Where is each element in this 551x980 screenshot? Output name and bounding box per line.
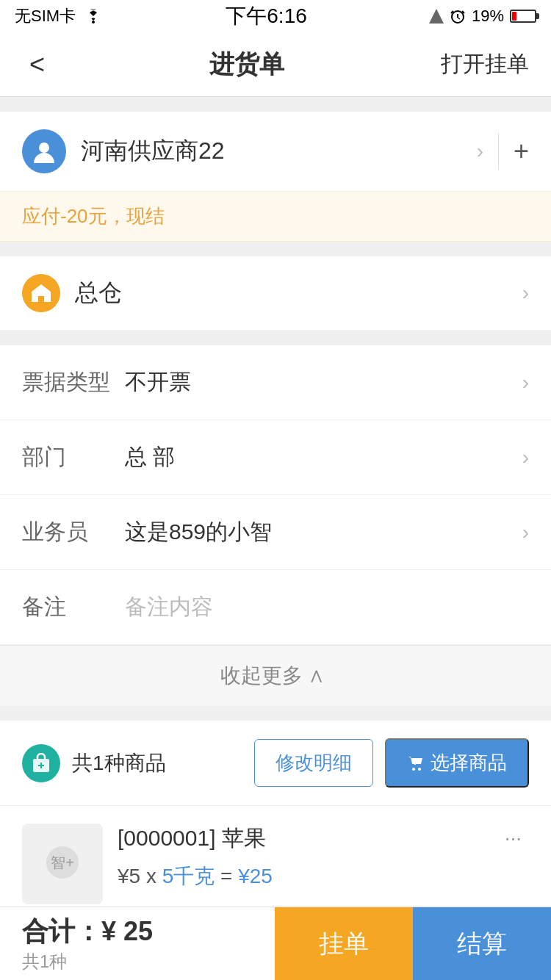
supplier-notice: 应付-20元，现结: [0, 192, 551, 242]
choose-product-label: 选择商品: [431, 750, 507, 776]
total-label: 合计：: [22, 916, 101, 946]
footer-total-main: 合计：¥ 25: [22, 914, 253, 950]
product-unit-price: ¥5: [118, 865, 140, 887]
product-name: [0000001] 苹果: [118, 824, 497, 854]
battery-percent: 19%: [472, 7, 504, 26]
product-header: 共1种商品 修改明细 选择商品: [0, 721, 551, 806]
product-qty: 5千克: [162, 865, 215, 887]
price-eq: =: [220, 865, 238, 887]
collapse-text: 收起更多 ∧: [220, 662, 325, 690]
salesperson-row[interactable]: 业务员 这是859的小智 ›: [0, 495, 551, 570]
svg-point-8: [412, 768, 415, 771]
choose-product-button[interactable]: 选择商品: [385, 738, 529, 788]
footer-total-sub: 共1种: [22, 950, 253, 973]
dept-label: 部门: [22, 442, 125, 472]
warehouse-chevron: ›: [522, 281, 529, 305]
product-count-icon: [22, 744, 60, 782]
dept-value: 总 部: [125, 442, 522, 472]
svg-text:智+: 智+: [51, 854, 74, 871]
svg-point-9: [418, 768, 421, 771]
warehouse-icon: [22, 274, 60, 312]
nav-bar: < 进货单 打开挂单: [0, 32, 551, 97]
salesperson-label: 业务员: [22, 517, 125, 547]
supplier-name: 河南供应商22: [81, 135, 477, 167]
supplier-row[interactable]: 河南供应商22 › +: [0, 112, 551, 192]
open-hang-button[interactable]: 打开挂单: [441, 49, 529, 79]
carrier-text: 无SIM卡: [15, 5, 76, 27]
battery-icon: [510, 10, 536, 23]
product-code: [0000001]: [118, 826, 215, 850]
product-more-button[interactable]: ···: [497, 824, 529, 853]
status-bar: 无SIM卡 下午6:16 19%: [0, 0, 551, 32]
product-price-row: ¥5 x 5千克 = ¥25: [118, 862, 497, 890]
warehouse-section: 总仓 ›: [0, 256, 551, 331]
hang-button[interactable]: 挂单: [275, 907, 413, 980]
supplier-section: 河南供应商22 › + 应付-20元，现结: [0, 112, 551, 242]
dept-chevron: ›: [522, 446, 529, 469]
svg-point-4: [39, 143, 49, 153]
cart-icon: [407, 755, 425, 771]
product-info: [0000001] 苹果 ¥5 x 5千克 = ¥25: [118, 824, 497, 890]
invoice-label: 票据类型: [22, 367, 125, 397]
product-title: 苹果: [222, 826, 266, 850]
salesperson-value: 这是859的小智: [125, 517, 522, 547]
gap-3: [0, 331, 551, 345]
dept-row[interactable]: 部门 总 部 ›: [0, 420, 551, 495]
product-logo: 智+: [37, 842, 88, 886]
shopping-bag-icon: [30, 753, 52, 774]
gap-2: [0, 242, 551, 256]
alarm-icon: [450, 8, 466, 24]
collapse-bar[interactable]: 收起更多 ∧: [0, 645, 551, 706]
product-item: 智+ [0000001] 苹果 ¥5 x 5千克 = ¥25 ···: [0, 806, 551, 923]
remark-placeholder: 备注内容: [125, 592, 529, 622]
product-thumbnail: 智+: [22, 824, 103, 904]
svg-point-0: [92, 21, 95, 24]
supplier-chevron: ›: [477, 140, 483, 163]
total-amount: ¥ 25: [101, 916, 153, 946]
invoice-row[interactable]: 票据类型 不开票 ›: [0, 345, 551, 420]
gap-1: [0, 97, 551, 112]
back-button[interactable]: <: [22, 42, 52, 87]
wifi-icon: [83, 9, 104, 24]
gap-4: [0, 706, 551, 721]
price-x: x: [146, 865, 162, 887]
warehouse-name: 总仓: [75, 277, 522, 309]
settle-button[interactable]: 结算: [413, 907, 551, 980]
supplier-divider: [498, 133, 499, 170]
location-icon: [429, 9, 444, 24]
product-count-text: 共1种商品: [72, 749, 254, 777]
edit-detail-button[interactable]: 修改明细: [254, 739, 373, 787]
person-icon: [31, 138, 57, 165]
home-icon: [30, 283, 52, 303]
salesperson-chevron: ›: [522, 521, 529, 544]
svg-line-3: [458, 18, 460, 19]
footer-total: 合计：¥ 25 共1种: [0, 907, 275, 980]
supplier-avatar: [22, 129, 66, 173]
remark-label: 备注: [22, 592, 125, 622]
add-supplier-button[interactable]: +: [514, 136, 529, 167]
footer: 合计：¥ 25 共1种 挂单 结算: [0, 907, 551, 980]
status-time: 下午6:16: [226, 2, 307, 30]
invoice-value: 不开票: [125, 367, 522, 397]
status-right: 19%: [429, 7, 536, 26]
product-total: ¥25: [238, 865, 273, 887]
products-section: 共1种商品 修改明细 选择商品 智+ [0000001] 苹果: [0, 721, 551, 923]
remark-row[interactable]: 备注 备注内容: [0, 570, 551, 645]
page-title: 进货单: [209, 48, 284, 82]
status-carrier: 无SIM卡: [15, 5, 104, 27]
form-section: 票据类型 不开票 › 部门 总 部 › 业务员 这是859的小智 › 备注 备注…: [0, 345, 551, 706]
warehouse-row[interactable]: 总仓 ›: [0, 256, 551, 331]
invoice-chevron: ›: [522, 371, 529, 394]
